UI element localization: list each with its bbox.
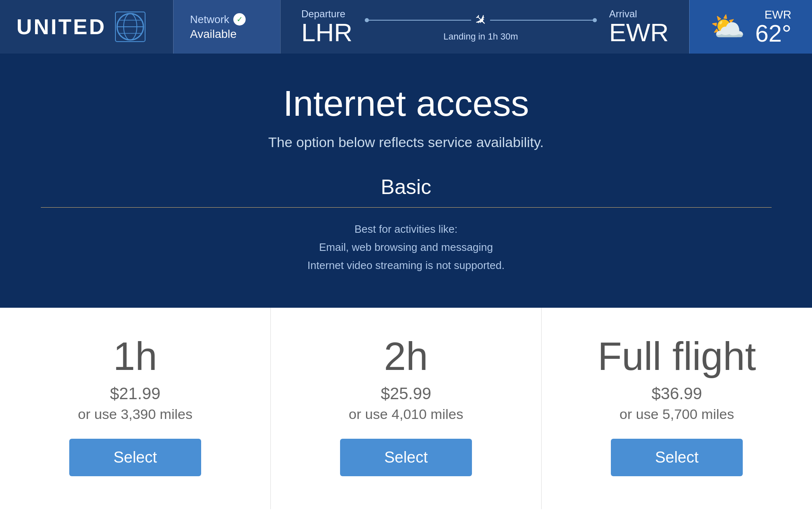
flight-line-right xyxy=(490,20,592,21)
arrival-info: Arrival EWR xyxy=(609,8,669,45)
page-title: Internet access xyxy=(0,82,812,124)
duration-2h: 2h xyxy=(384,337,428,376)
pricing-card-full-flight: Full flight $36.99 or use 5,700 miles Se… xyxy=(542,308,812,509)
departure-info: Departure LHR xyxy=(301,8,352,45)
pricing-card-2h: 2h $25.99 or use 4,010 miles Select xyxy=(271,308,542,509)
plan-description: Best for activities like: Email, web bro… xyxy=(0,220,812,275)
globe-icon xyxy=(114,10,147,43)
united-logo-text: UNITED xyxy=(16,14,106,39)
select-button-full-flight[interactable]: Select xyxy=(611,439,743,476)
miles-2h: or use 4,010 miles xyxy=(349,406,463,422)
flight-landing-info: Landing in 1h 30m xyxy=(444,31,518,42)
miles-full-flight: or use 5,700 miles xyxy=(620,406,734,422)
departure-dot xyxy=(365,18,369,22)
flight-path-line: ✈ xyxy=(365,12,597,29)
arrival-code: EWR xyxy=(609,20,669,45)
price-1h: $21.99 xyxy=(110,384,160,403)
select-button-2h[interactable]: Select xyxy=(340,439,472,476)
plan-desc-line3: Internet video streaming is not supporte… xyxy=(307,259,505,271)
plane-icon: ✈ xyxy=(470,10,491,31)
duration-full-flight: Full flight xyxy=(598,337,756,376)
plan-desc-line1: Best for activities like: xyxy=(354,223,458,235)
miles-1h: or use 3,390 miles xyxy=(78,406,192,422)
arrival-dot xyxy=(593,18,597,22)
departure-code: LHR xyxy=(301,20,352,45)
flight-path-visual: ✈ Landing in 1h 30m xyxy=(352,12,609,42)
weather-details: EWR 62° xyxy=(755,8,791,45)
network-section: Network ✓ Available xyxy=(173,0,280,54)
app-header: UNITED Network ✓ Available Departure LHR xyxy=(0,0,812,54)
pricing-section: 1h $21.99 or use 3,390 miles Select 2h $… xyxy=(0,308,812,509)
flight-section: Departure LHR ✈ Landing in 1h 30m Arriva… xyxy=(280,0,689,54)
price-full-flight: $36.99 xyxy=(652,384,702,403)
plan-divider xyxy=(41,207,772,208)
weather-section: ⛅ EWR 62° xyxy=(689,0,812,54)
network-label: Network ✓ xyxy=(190,13,264,26)
plan-name: Basic xyxy=(0,175,812,199)
select-button-1h[interactable]: Select xyxy=(69,439,201,476)
logo-section: UNITED xyxy=(0,0,173,54)
network-check-icon: ✓ xyxy=(233,13,246,26)
main-content: Internet access The option below reflect… xyxy=(0,54,812,308)
price-2h: $25.99 xyxy=(381,384,431,403)
duration-1h: 1h xyxy=(113,337,157,376)
page-subtitle: The option below reflects service availa… xyxy=(0,134,812,150)
pricing-card-1h: 1h $21.99 or use 3,390 miles Select xyxy=(0,308,271,509)
network-status: Available xyxy=(190,28,264,41)
weather-temperature: 62° xyxy=(755,21,791,45)
weather-icon: ⛅ xyxy=(710,10,745,43)
plan-desc-line2: Email, web browsing and messaging xyxy=(319,241,493,253)
flight-line-left xyxy=(369,20,471,21)
